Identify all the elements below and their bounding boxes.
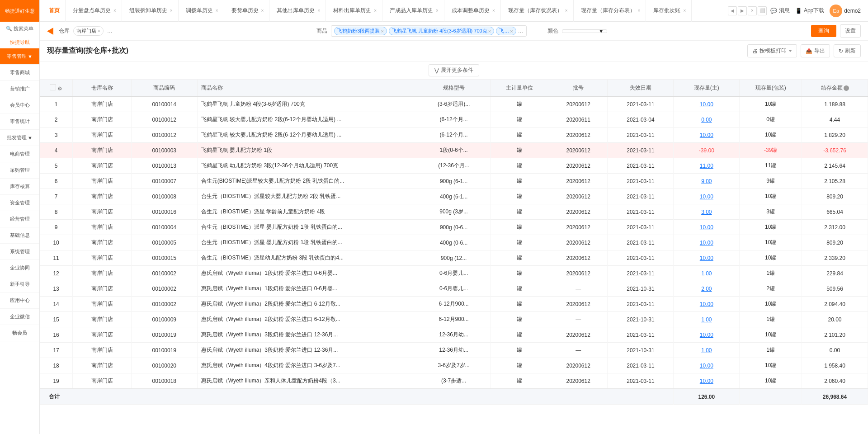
product-tag-close-3[interactable]: ×: [510, 28, 513, 34]
color-filter-select[interactable]: ▼: [562, 29, 607, 33]
cell-spec: 400g (6-1...: [417, 189, 491, 204]
cell-stock-main[interactable]: 10.00: [674, 373, 740, 389]
cell-stock-main[interactable]: 10.00: [674, 220, 740, 235]
sidebar-search[interactable]: 🔍 搜索菜单: [0, 22, 39, 36]
product-tag-1[interactable]: 飞鹤奶粉3段两提装 ×: [334, 27, 387, 35]
cell-batch: 20200612: [549, 174, 608, 189]
sidebar-item-retail-stats[interactable]: 零售统计: [0, 113, 39, 130]
cell-spec: 900g (6-1...: [417, 174, 491, 189]
cell-stock-main[interactable]: 11.00: [674, 158, 740, 174]
tab-stock-status[interactable]: 现存量（库存状况表） ×: [503, 0, 574, 22]
tab-outstock-history[interactable]: 其他出库单历史 ×: [271, 0, 326, 22]
tab-stock-dist[interactable]: 现存量（库存分布表） ×: [576, 0, 646, 22]
cell-balance: 2,339.20: [802, 250, 868, 266]
tab-home[interactable]: 首页: [43, 0, 66, 22]
sidebar-item-basic-info[interactable]: 基础信息: [0, 227, 39, 244]
product-tag-close-1[interactable]: ×: [381, 28, 383, 34]
cell-stock-main[interactable]: 1.00: [674, 312, 740, 327]
product-tag-close-2[interactable]: ×: [488, 28, 491, 34]
tab-prev-arrow[interactable]: ◀: [728, 6, 737, 15]
close-icon[interactable]: ×: [261, 8, 264, 13]
print-icon: 🖨: [752, 48, 758, 54]
sidebar-item-marketing[interactable]: 营销推广: [0, 81, 39, 97]
sidebar-item-inventory[interactable]: 库存核算: [0, 179, 39, 195]
sidebar-item-retail-mall[interactable]: 零售商城: [0, 65, 39, 81]
setting-button[interactable]: 设置: [840, 24, 861, 38]
warehouse-tag[interactable]: 南岸门店 ×: [73, 26, 104, 36]
cell-stock-main[interactable]: -39.00: [674, 143, 740, 158]
more-warehouses[interactable]: …: [107, 28, 113, 34]
cell-stock-main[interactable]: 1.00: [674, 343, 740, 358]
refresh-button[interactable]: ↻ 刷新: [834, 44, 861, 57]
close-icon[interactable]: ×: [113, 8, 116, 13]
export-button[interactable]: 📤 导出: [801, 44, 830, 57]
expand-filter-button[interactable]: ⋁ 展开更多条件: [429, 64, 479, 76]
select-all-checkbox[interactable]: [50, 84, 56, 90]
sidebar-item-retail-mgmt[interactable]: 零售管理 ▼: [0, 48, 39, 65]
cell-stock-main[interactable]: 10.00: [674, 127, 740, 143]
product-tag-2[interactable]: 飞鹤星飞帆 儿童奶粉 4段(3-6岁适用) 700克 ×: [389, 27, 494, 35]
cell-stock-main[interactable]: 1.00: [674, 266, 740, 281]
tab-menu[interactable]: ⬜: [758, 6, 767, 15]
cell-name: 惠氏启赋（Wyeth illuma）2段奶粉 爱尔兰进口 6-12月敬...: [197, 297, 417, 312]
settings-icon[interactable]: ⚙: [57, 85, 62, 92]
sidebar-item-wholesale[interactable]: 批发管理▼: [0, 130, 39, 146]
template-print-button[interactable]: 🖨 按模板打印: [747, 44, 797, 57]
tab-stock-history[interactable]: 分量盘点单历史 ×: [67, 0, 122, 22]
close-icon[interactable]: ×: [317, 8, 320, 13]
product-tag-3[interactable]: 飞… ×: [496, 27, 516, 35]
sidebar-item-finance[interactable]: 资金管理: [0, 195, 39, 211]
balance-info-icon[interactable]: i: [844, 85, 849, 91]
sidebar-item-collaboration[interactable]: 企业协同: [0, 260, 39, 276]
cell-stock-main[interactable]: 10.00: [674, 97, 740, 112]
close-icon[interactable]: ×: [436, 8, 439, 13]
close-icon[interactable]: ×: [170, 8, 173, 13]
user-profile[interactable]: Ea demo2: [830, 5, 861, 17]
msg-button[interactable]: 💬 消息: [770, 7, 790, 14]
tab-next-arrow[interactable]: ▶: [738, 6, 747, 15]
cell-stock-main[interactable]: 10.00: [674, 327, 740, 343]
tab-close-all[interactable]: ×: [748, 6, 757, 15]
close-icon[interactable]: ×: [374, 8, 377, 13]
collapse-triangle[interactable]: [47, 28, 53, 35]
sidebar-item-wechat[interactable]: 企业微信: [0, 309, 39, 325]
th-check[interactable]: ⚙: [40, 80, 73, 97]
tab-batch-account[interactable]: 库存批次账 ×: [648, 0, 692, 22]
cell-stock-main[interactable]: 0.00: [674, 112, 740, 127]
cell-stock-main[interactable]: 3.00: [674, 204, 740, 220]
cell-stock-main[interactable]: 10.00: [674, 235, 740, 250]
warehouse-tag-close[interactable]: ×: [98, 28, 100, 33]
tab-assembly-history[interactable]: 组装拆卸单历史 ×: [124, 0, 179, 22]
close-icon[interactable]: ×: [683, 8, 686, 13]
sidebar-item-app-center[interactable]: 应用中心: [0, 292, 39, 309]
tab-material-history[interactable]: 材料出库单历史 ×: [328, 0, 382, 22]
cell-stock-main[interactable]: 10.00: [674, 297, 740, 312]
close-icon[interactable]: ×: [216, 8, 218, 13]
close-icon[interactable]: ×: [565, 8, 568, 13]
tab-cost-adjust[interactable]: 成本调整单历史 ×: [446, 0, 501, 22]
quick-nav[interactable]: 快捷导航: [0, 36, 39, 48]
sidebar-item-system[interactable]: 系统管理: [0, 244, 39, 260]
arrow-icon: ▼: [28, 54, 33, 59]
close-icon[interactable]: ×: [492, 8, 495, 13]
cell-stock-main[interactable]: 10.00: [674, 189, 740, 204]
cell-warehouse: 南岸门店: [73, 312, 132, 327]
tab-order-history[interactable]: 要货单历史 ×: [226, 0, 270, 22]
app-download-button[interactable]: 📱 App下载: [795, 7, 824, 14]
tab-transfer-history[interactable]: 调拨单历史 ×: [180, 0, 224, 22]
sidebar-item-vip[interactable]: 畅会员: [0, 325, 39, 341]
sidebar-item-member[interactable]: 会员中心: [0, 97, 39, 113]
tab-product-instock[interactable]: 产成品入库单历史 ×: [384, 0, 444, 22]
sidebar-item-purchase[interactable]: 采购管理: [0, 162, 39, 179]
close-icon[interactable]: ×: [638, 8, 641, 13]
cell-stock-main[interactable]: 9.00: [674, 174, 740, 189]
sidebar-item-ecommerce[interactable]: 电商管理: [0, 146, 39, 162]
sidebar-item-guide[interactable]: 新手引导: [0, 276, 39, 292]
cell-stock-main[interactable]: 10.00: [674, 250, 740, 266]
cell-stock-main[interactable]: 10.00: [674, 358, 740, 373]
cell-stock-main[interactable]: 2.00: [674, 281, 740, 297]
query-button[interactable]: 查询: [811, 25, 836, 37]
table-row: 12 南岸门店 00100002 惠氏启赋（Wyeth illuma）1段奶粉 …: [40, 266, 868, 281]
sidebar-item-operations[interactable]: 经营管理: [0, 211, 39, 227]
more-products[interactable]: …: [518, 28, 524, 34]
